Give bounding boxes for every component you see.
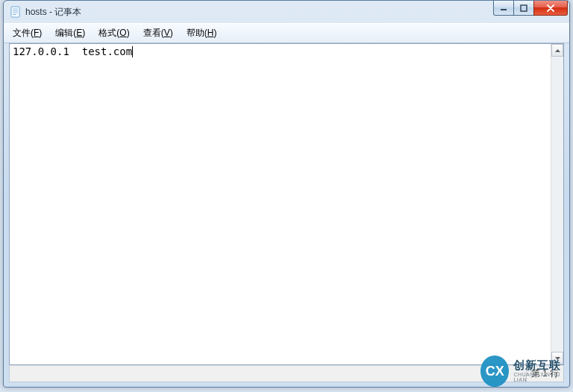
menu-view[interactable]: 查看(V) [137, 25, 179, 41]
editor-area: 127.0.0.1 test.com [9, 43, 564, 365]
svg-rect-6 [521, 5, 527, 11]
window-controls [494, 1, 568, 23]
minimize-icon [500, 4, 507, 12]
app-icon [10, 6, 22, 18]
vertical-scrollbar[interactable] [551, 44, 563, 364]
svg-rect-0 [11, 7, 19, 17]
minimize-button[interactable] [493, 1, 514, 16]
menu-format[interactable]: 格式(O) [93, 25, 135, 41]
close-button[interactable] [533, 1, 568, 16]
notepad-window: hosts - 记事本 文件(F) 编辑(E) 格式(O) 查看(V) [3, 0, 570, 388]
statusbar: 第 1 行 [9, 365, 564, 382]
svg-rect-5 [501, 9, 507, 10]
maximize-icon [520, 4, 527, 12]
status-empty-cell [496, 366, 526, 382]
scroll-down-button[interactable] [551, 352, 563, 364]
window-title: hosts - 记事本 [25, 6, 494, 19]
chevron-down-icon [555, 357, 560, 360]
menubar: 文件(F) 编辑(E) 格式(O) 查看(V) 帮助(H) [4, 23, 569, 43]
scroll-track[interactable] [551, 57, 563, 352]
close-icon [546, 4, 555, 12]
maximize-button[interactable] [513, 1, 534, 16]
chevron-up-icon [555, 49, 560, 52]
scroll-up-button[interactable] [551, 44, 563, 57]
text-caret [132, 46, 133, 57]
menu-edit[interactable]: 编辑(E) [49, 25, 91, 41]
text-editor[interactable]: 127.0.0.1 test.com [10, 44, 551, 364]
menu-file[interactable]: 文件(F) [7, 25, 48, 41]
titlebar[interactable]: hosts - 记事本 [4, 1, 569, 23]
status-position: 第 1 行 [526, 366, 563, 382]
menu-help[interactable]: 帮助(H) [181, 25, 223, 41]
editor-text: 127.0.0.1 test.com [13, 45, 132, 57]
